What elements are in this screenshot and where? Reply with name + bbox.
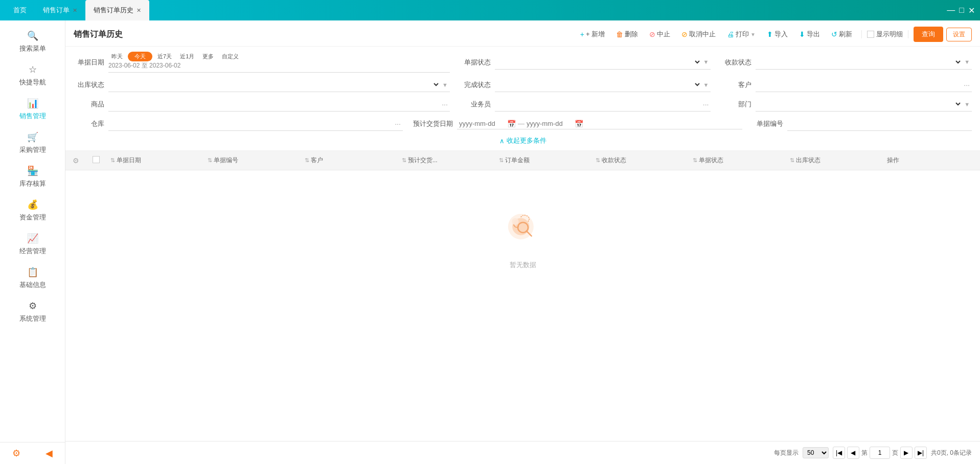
salesperson-input[interactable] [497,100,703,108]
minimize-icon[interactable]: — [947,6,955,15]
th-amount[interactable]: 订单金额 [495,151,592,170]
table-area: ⚙ 单据日期 单据编号 客户 预计交货... 订单金额 收款状态 单据状态 出库… [65,151,980,441]
th-customer[interactable]: 客户 [301,151,398,170]
table-select-all-checkbox[interactable] [93,156,100,163]
search-button[interactable]: 查询 [914,27,943,42]
sys-mgmt-icon: ⚙ [27,300,39,312]
new-button[interactable]: + + 新增 [576,28,609,41]
sidebar-item-inventory-calc[interactable]: 🏪 库存核算 [0,160,65,193]
per-page-select[interactable]: 50 10 20 100 [803,447,829,458]
th-date[interactable]: 单据日期 [106,151,203,170]
sidebar-item-purchase-mgmt[interactable]: 🛒 采购管理 [0,126,65,160]
tab-sales-order-history[interactable]: 销售订单历史 ✕ [85,0,149,20]
tab-sales-order-history-close[interactable]: ✕ [136,7,141,14]
export-button[interactable]: ⬇ 导出 [795,28,824,41]
filter-complete-status: 完成状态 ▼ [460,78,711,92]
warehouse-input[interactable] [110,120,395,127]
th-payment-status[interactable]: 收款状态 [591,151,689,170]
settings-button[interactable]: 设置 [946,28,972,41]
sidebar-item-quick-nav[interactable]: ☆ 快捷导航 [0,58,65,92]
tab-sales-order[interactable]: 销售订单 ✕ [35,0,85,20]
refresh-button[interactable]: ↺ 刷新 [827,28,856,41]
status-select[interactable] [497,58,701,67]
table-header-row: ⚙ 单据日期 单据编号 客户 预计交货... 订单金额 收款状态 单据状态 出库… [65,151,980,170]
filter-goods: 商品 ··· [74,97,450,112]
out-status-chevron-icon: ▼ [442,82,448,88]
date-to-input[interactable] [527,120,573,127]
import-label: 导入 [774,30,788,39]
date-tag-1month[interactable]: 近1月 [177,52,197,61]
tab-sales-order-close[interactable]: ✕ [73,7,77,14]
sidebar-item-capital-mgmt-label: 资金管理 [19,213,46,222]
sidebar-item-basic-info[interactable]: 📋 基础信息 [0,261,65,295]
tab-home[interactable]: 销售订单历史 首页 [5,0,35,20]
th-expected-date[interactable]: 预计交货... [398,151,495,170]
payment-status-label: 收款状态 [721,58,751,67]
topbar-tabs: 销售订单历史 首页 销售订单 ✕ 销售订单历史 ✕ [5,0,947,20]
calendar-from-icon[interactable]: 📅 [507,120,516,128]
sidebar-collapse-icon[interactable]: ◀ [45,448,53,459]
total-records: 共0页, 0条记录 [931,449,972,457]
delete-button[interactable]: 🗑 删除 [612,28,642,41]
filter-expected-date: 预计交货日期 📅 — 📅 [413,119,742,129]
salesperson-dots-icon: ··· [703,100,709,108]
import-button[interactable]: ⬆ 导入 [763,28,792,41]
sidebar-item-search-menu[interactable]: 🔍 搜索菜单 [0,25,65,58]
show-cols-checkbox[interactable] [867,31,874,38]
maximize-icon[interactable]: □ [959,6,964,15]
filter-row-4: 仓库 ··· 预计交货日期 📅 — 📅 [74,117,972,131]
status-label: 单据状态 [460,58,491,67]
th-number[interactable]: 单据编号 [203,151,301,170]
stop-button[interactable]: ⊘ 中止 [645,28,674,41]
show-cols-label: 显示明细 [867,30,903,39]
first-page-button[interactable]: |◀ [833,447,845,459]
collapse-row[interactable]: ∧ 收起更多条件 [74,136,972,145]
order-number-control [787,117,972,131]
page-header: 销售订单历史 + + 新增 🗑 删除 ⊘ 中止 ⊘ 取消中止 [65,20,980,47]
goods-label: 商品 [74,100,104,109]
prev-page-button[interactable]: ◀ [847,447,859,459]
inventory-calc-icon: 🏪 [27,165,39,177]
cancel-stop-button[interactable]: ⊘ 取消中止 [677,28,720,41]
page-label-prefix: 第 [861,449,868,457]
goods-input[interactable] [110,100,442,108]
show-cols-text: 显示明细 [876,30,903,39]
sidebar-item-ops-mgmt[interactable]: 📈 经营管理 [0,227,65,261]
filter-customer: 客户 ··· [721,78,972,92]
data-table: ⚙ 单据日期 单据编号 客户 预计交货... 订单金额 收款状态 单据状态 出库… [65,151,980,170]
customer-input[interactable] [758,81,964,89]
out-status-control: ▼ [108,78,450,92]
sidebar-item-search-menu-label: 搜索菜单 [19,44,46,53]
date-tag-more[interactable]: 更多 [199,52,217,61]
th-order-status[interactable]: 单据状态 [689,151,786,170]
close-window-icon[interactable]: ✕ [968,6,975,15]
table-settings-icon[interactable]: ⚙ [73,157,79,165]
sidebar-item-sys-mgmt[interactable]: ⚙ 系统管理 [0,295,65,328]
complete-status-select[interactable] [497,80,701,89]
date-from-input[interactable] [459,120,505,127]
payment-status-select[interactable] [758,58,962,67]
stop-label: 中止 [657,30,670,39]
last-page-button[interactable]: ▶| [915,447,927,459]
print-icon: 🖨 [727,30,734,38]
per-page-label: 每页显示 [774,449,799,457]
date-tag-yesterday[interactable]: 昨天 [108,52,126,61]
date-tag-today[interactable]: 今天 [128,52,152,61]
sidebar-settings-icon[interactable]: ⚙ [12,448,20,459]
empty-text: 暂无数据 [510,260,536,270]
next-page-button[interactable]: ▶ [900,447,913,459]
calendar-to-icon[interactable]: 📅 [575,120,583,128]
date-tag-custom[interactable]: 自定义 [219,52,242,61]
page-number-input[interactable] [870,447,890,459]
date-tag-7days[interactable]: 近7天 [154,52,175,61]
dept-select[interactable] [758,100,962,108]
warehouse-label: 仓库 [74,119,104,128]
sidebar-item-quick-nav-label: 快捷导航 [19,78,46,87]
out-status-select[interactable] [110,80,440,89]
order-number-input[interactable] [789,120,970,127]
th-out-status[interactable]: 出库状态 [786,151,883,170]
filter-salesperson: 业务员 ··· [460,97,711,112]
sidebar-item-capital-mgmt[interactable]: 💰 资金管理 [0,193,65,227]
print-button[interactable]: 🖨 打印 ▼ [723,28,760,41]
sidebar-item-sales-mgmt[interactable]: 📊 销售管理 [0,92,65,126]
